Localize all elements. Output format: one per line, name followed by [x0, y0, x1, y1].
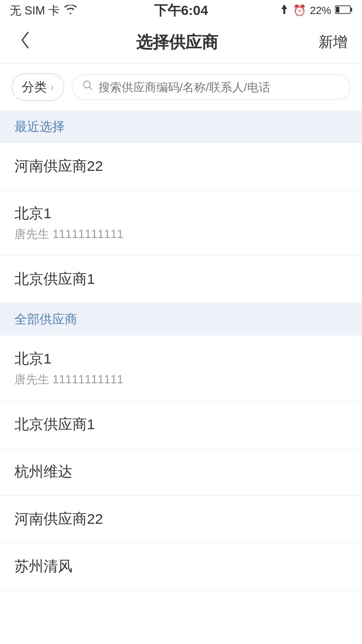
list-item[interactable]: 河南供应商22 [0, 143, 362, 190]
battery-icon [335, 4, 352, 17]
item-name: 苏州清风 [14, 557, 348, 576]
category-label: 分类 [22, 79, 47, 96]
add-button[interactable]: 新增 [319, 32, 348, 52]
list-item[interactable]: 苏州清风 [0, 543, 362, 590]
all-section-label: 全部供应商 [14, 312, 77, 326]
no-sim-text: 无 SIM 卡 [10, 3, 60, 18]
search-input[interactable] [98, 81, 340, 94]
category-filter[interactable]: 分类 › [12, 73, 64, 101]
recent-section-label: 最近选择 [14, 119, 65, 134]
status-time: 下午6:04 [154, 1, 208, 20]
location-icon [279, 4, 289, 17]
list-item[interactable]: 北京供应商1 [0, 256, 362, 303]
chevron-right-icon: › [51, 82, 54, 93]
item-name: 杭州维达 [14, 462, 348, 482]
all-section-header: 全部供应商 [0, 303, 362, 336]
status-bar: 无 SIM 卡 下午6:04 ⏰ 22% [0, 0, 362, 21]
item-name: 北京供应商1 [14, 269, 348, 289]
svg-rect-1 [351, 8, 352, 12]
filter-bar: 分类 › [0, 64, 362, 111]
item-name: 北京1 [14, 349, 348, 369]
list-item[interactable]: 北京1唐先生 11111111111 [0, 190, 362, 256]
status-left: 无 SIM 卡 [10, 3, 77, 18]
svg-point-3 [84, 81, 90, 88]
item-name: 河南供应商22 [14, 156, 348, 176]
search-box[interactable] [72, 74, 350, 100]
list-item[interactable]: 杭州维达 [0, 448, 362, 496]
all-items-list: 北京1唐先生 11111111111北京供应商1杭州维达河南供应商22苏州清风 [0, 336, 362, 590]
recent-section-header: 最近选择 [0, 111, 362, 143]
search-icon [82, 80, 94, 95]
svg-rect-2 [336, 7, 339, 13]
item-detail: 唐先生 11111111111 [14, 226, 348, 242]
item-name: 北京供应商1 [14, 415, 348, 434]
wifi-icon [64, 4, 77, 17]
item-name: 北京1 [14, 204, 348, 224]
alarm-icon: ⏰ [293, 4, 306, 17]
page-title: 选择供应商 [136, 31, 218, 54]
back-button[interactable] [14, 26, 36, 59]
battery-text: 22% [310, 4, 331, 17]
list-item[interactable]: 北京供应商1 [0, 401, 362, 448]
item-name: 河南供应商22 [14, 509, 348, 529]
item-detail: 唐先生 11111111111 [14, 372, 348, 387]
list-item[interactable]: 北京1唐先生 11111111111 [0, 336, 362, 401]
status-right: ⏰ 22% [279, 4, 352, 17]
recent-items-list: 河南供应商22北京1唐先生 11111111111北京供应商1 [0, 143, 362, 303]
nav-bar: 选择供应商 新增 [0, 21, 362, 64]
list-item[interactable]: 河南供应商22 [0, 496, 362, 543]
